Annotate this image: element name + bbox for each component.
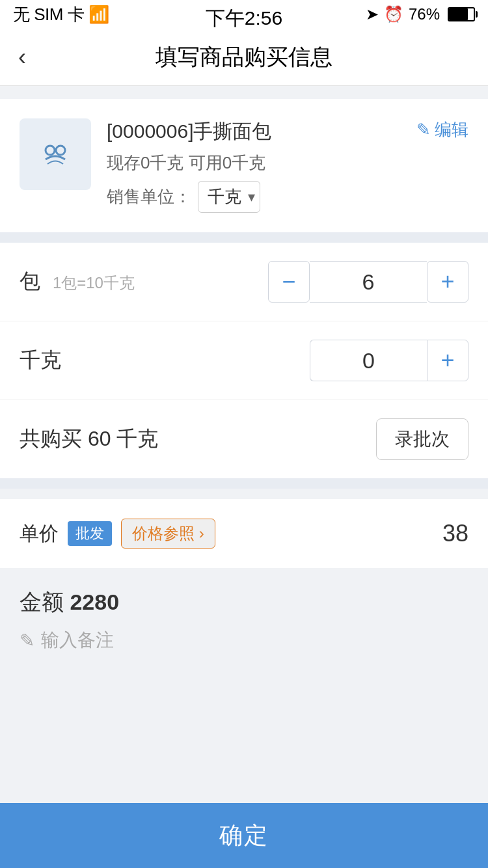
product-unit-row: 销售单位： 千克: [107, 181, 468, 213]
price-section: 单价 批发 价格参照 › 38: [0, 499, 488, 568]
unit-select-wrap[interactable]: 千克: [198, 181, 260, 213]
svg-point-1: [56, 146, 65, 155]
batch-button[interactable]: 录批次: [376, 418, 468, 460]
summary-row: 共购买 60 千克 录批次: [0, 400, 488, 478]
product-info: [0000006]手撕面包 现存0千克 可用0千克 销售单位： 千克: [107, 118, 468, 213]
qty-plus-kg[interactable]: +: [427, 340, 468, 381]
status-left: 无 SIM 卡 📶: [13, 3, 109, 26]
product-logo-icon: [36, 135, 75, 174]
edit-icon: ✎: [416, 120, 431, 140]
qty-minus-bao[interactable]: −: [268, 261, 310, 303]
alarm-icon: ⏰: [384, 5, 403, 23]
product-stock: 现存0千克 可用0千克: [107, 152, 468, 174]
nav-bar: ‹ 填写商品购买信息: [0, 29, 488, 86]
remark-icon: ✎: [20, 630, 34, 651]
qty-hint-bao: 1包=10千克: [53, 274, 135, 292]
status-right: ➤ ⏰ 76%: [366, 5, 475, 23]
amount-section: 金额 2280 ✎ 输入备注: [0, 568, 488, 666]
price-left: 单价 批发 价格参照 ›: [20, 519, 215, 549]
unit-label: 销售单位：: [107, 185, 191, 208]
quantity-section: 包 1包=10千克 − + 千克 +: [0, 243, 488, 400]
status-bar: 无 SIM 卡 📶 下午2:56 ➤ ⏰ 76%: [0, 0, 488, 29]
location-icon: ➤: [366, 5, 379, 23]
qty-label-bao: 包 1包=10千克: [20, 267, 268, 296]
price-value: 38: [442, 520, 468, 547]
quantity-row-kg: 千克 +: [0, 321, 488, 400]
qty-label-kg: 千克: [20, 346, 310, 375]
divider-2: [0, 478, 488, 489]
price-label: 单价: [20, 521, 59, 547]
status-time: 下午2:56: [206, 5, 282, 32]
unit-select[interactable]: 千克: [198, 181, 260, 213]
product-thumbnail: [20, 118, 91, 190]
price-ref-button[interactable]: 价格参照 ›: [121, 519, 215, 549]
remark-row[interactable]: ✎ 输入备注: [20, 628, 468, 653]
svg-point-0: [46, 146, 55, 155]
amount-value: 2280: [70, 590, 119, 614]
page-title: 填写商品购买信息: [156, 42, 332, 72]
confirm-button[interactable]: 确定: [0, 803, 488, 868]
qty-input-kg[interactable]: [310, 340, 427, 381]
back-button[interactable]: ‹: [18, 44, 26, 71]
product-card: [0000006]手撕面包 现存0千克 可用0千克 销售单位： 千克 ✎ 编辑: [0, 99, 488, 232]
edit-button[interactable]: ✎ 编辑: [416, 118, 468, 141]
qty-plus-bao[interactable]: +: [427, 261, 468, 303]
battery-icon: [448, 7, 475, 21]
battery-text: 76%: [409, 5, 440, 23]
edit-label: 编辑: [435, 118, 468, 141]
amount-row: 金额 2280: [20, 588, 468, 617]
price-tag: 批发: [68, 521, 112, 546]
qty-control-bao: − +: [268, 261, 468, 303]
qty-control-kg: +: [310, 340, 468, 381]
product-name: [0000006]手撕面包: [107, 118, 468, 145]
quantity-row-bao: 包 1包=10千克 − +: [0, 243, 488, 321]
amount-label: 金额: [20, 590, 64, 614]
qty-input-bao[interactable]: [310, 261, 427, 303]
remark-placeholder[interactable]: 输入备注: [41, 628, 114, 653]
divider-1: [0, 232, 488, 243]
summary-text: 共购买 60 千克: [20, 425, 158, 454]
